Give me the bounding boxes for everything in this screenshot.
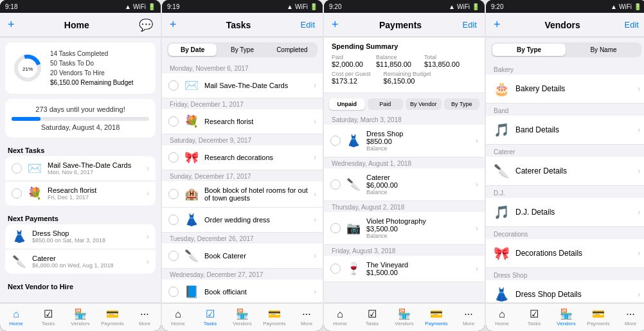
payment-row[interactable]: 🔪 Caterer $6,000.00 Balance › — [324, 168, 485, 201]
nav-bar-home: + Home 💬 — [0, 13, 161, 37]
list-item[interactable]: 💐 Research florist Fri, Dec 1, 2017 › — [5, 181, 156, 206]
list-item[interactable]: 👗 Dress Shop $850.00 on Sat, Mar 3, 2018… — [5, 224, 156, 249]
chevron-right-icon: › — [314, 190, 316, 199]
tab-payments[interactable]: 💳 Payments — [420, 303, 452, 331]
tab-vendors[interactable]: 🏪 Vendors — [64, 303, 96, 331]
chevron-right-icon: › — [476, 264, 478, 273]
next-payments-header: Next Payments — [0, 211, 161, 224]
tab-more[interactable]: ··· More — [614, 303, 644, 331]
status-icons-home: ▲ WiFi 🔋 — [125, 3, 156, 10]
tab-bar-payments: ⌂ Home ☑ Tasks 🏪 Vendors 💳 Payments ··· … — [324, 303, 485, 331]
task-checkbox[interactable] — [12, 163, 22, 174]
vendor-row[interactable]: 🔪 Caterer Details › — [486, 157, 644, 186]
tab-tasks[interactable]: ☑ Tasks — [356, 303, 388, 331]
message-button-home[interactable]: 💬 — [139, 18, 153, 32]
segment-unpaid[interactable]: Unpaid — [329, 98, 365, 110]
segment-by-vendor[interactable]: By Vendor — [406, 98, 442, 110]
chevron-right-icon: › — [638, 290, 640, 299]
list-item[interactable]: ✉️ Mail Save-The-Date Cards Mon, Nov 6, … — [5, 156, 156, 181]
tab-bar-home: ⌂ Home ☑ Tasks 🏪 Vendors 💳 Payments ··· … — [0, 303, 161, 331]
tab-more[interactable]: ··· More — [291, 303, 323, 331]
chevron-right-icon: › — [476, 136, 478, 145]
task-row[interactable]: ✉️ Mail Save-The-Date Cards › — [162, 73, 323, 98]
add-button-vendors[interactable]: + — [494, 18, 501, 31]
task-row[interactable]: 👗 Order wedding dress › — [162, 208, 323, 233]
tab-vendors[interactable]: 🏪 Vendors — [388, 303, 420, 331]
tab-vendors[interactable]: 🏪 Vendors — [550, 303, 582, 331]
payment-date-header: Wednesday, August 1, 2018 — [324, 157, 485, 168]
task-checkbox[interactable] — [12, 188, 22, 199]
task-row[interactable]: 💐 Research florist › — [162, 109, 323, 134]
task-row[interactable]: 🎀 Research decorations › — [162, 145, 323, 170]
segment-by-name[interactable]: By Name — [567, 44, 640, 56]
vendor-row[interactable]: 🎵 Band Details › — [486, 116, 644, 145]
segment-by-type[interactable]: By Type — [218, 44, 266, 56]
tasks-tab-label: Tasks — [366, 321, 379, 327]
tab-home[interactable]: ⌂ Home — [0, 303, 32, 331]
vendors-tab-label: Vendors — [71, 321, 89, 327]
add-button-home[interactable]: + — [8, 18, 15, 31]
task-checkbox[interactable] — [168, 215, 179, 225]
segment-by-date[interactable]: By Date — [168, 44, 217, 56]
vendor-category-dj: D.J. — [486, 186, 644, 198]
payment-row[interactable]: 📷 Violet Photography $3,500.00 Balance › — [324, 212, 485, 245]
vendor-row[interactable]: 🎀 Decorations Details › — [486, 239, 644, 268]
task-checkbox[interactable] — [168, 189, 179, 199]
tab-home[interactable]: ⌂ Home — [324, 303, 356, 331]
tab-more[interactable]: ··· More — [452, 303, 485, 331]
tab-more[interactable]: ··· More — [129, 303, 161, 331]
payment-details: Dress Shop $850.00 Balance — [366, 130, 470, 152]
add-button-payments[interactable]: + — [332, 18, 339, 31]
vendor-row[interactable]: 🎂 Bakery Details › — [486, 75, 644, 103]
list-item[interactable]: 🔪 Caterer $6,000.00 on Wed, Aug 1, 2018 … — [5, 249, 156, 274]
more-tab-icon: ··· — [302, 309, 310, 320]
payment-checkbox[interactable] — [330, 179, 341, 190]
payment-checkbox[interactable] — [330, 136, 341, 146]
task-row[interactable]: 🏨 Book block of hotel rooms for out of t… — [162, 181, 323, 208]
task-checkbox[interactable] — [168, 80, 179, 91]
segment-completed[interactable]: Completed — [268, 44, 316, 56]
segment-paid[interactable]: Paid — [368, 98, 404, 110]
dress-shop-icon: 👗 — [346, 134, 361, 148]
tab-tasks[interactable]: ☑ Tasks — [194, 303, 226, 331]
phone-payments: 9:20 ▲ WiFi 🔋 + Payments Edit Spending S… — [324, 0, 485, 331]
segment-by-type[interactable]: By Type — [492, 44, 566, 56]
task-checkbox[interactable] — [168, 152, 179, 163]
nav-bar-payments: + Payments Edit — [324, 13, 485, 37]
task-checkbox[interactable] — [168, 251, 179, 261]
tasks-tab-icon: ☑ — [206, 308, 215, 320]
task-row[interactable]: 🔪 Book Caterer › — [162, 244, 323, 269]
edit-button-payments[interactable]: Edit — [463, 20, 477, 30]
more-tab-label: More — [139, 321, 150, 327]
tab-payments[interactable]: 💳 Payments — [96, 303, 129, 331]
tab-payments[interactable]: 💳 Payments — [258, 303, 291, 331]
payments-tab-icon: 💳 — [106, 308, 119, 320]
payment-row[interactable]: 🍷 The Vineyard $1,500.00 › — [324, 256, 485, 282]
task-row[interactable]: 📘 Book officiant › — [162, 280, 323, 303]
bakery-icon: 🎂 — [492, 81, 510, 96]
add-button-tasks[interactable]: + — [170, 18, 177, 31]
decorations-icon: 🎀 — [492, 246, 510, 261]
payment-row[interactable]: 👗 Dress Shop $850.00 Balance › — [324, 125, 485, 157]
vendor-row[interactable]: 🎵 D.J. Details › — [486, 198, 644, 227]
chevron-right-icon: › — [147, 232, 149, 241]
edit-button-vendors[interactable]: Edit — [625, 20, 639, 30]
segment-by-type[interactable]: By Type — [444, 98, 480, 110]
tab-vendors[interactable]: 🏪 Vendors — [226, 303, 258, 331]
payments-tab-label: Payments — [263, 321, 286, 327]
payment-checkbox[interactable] — [330, 264, 341, 274]
task-title: Book Caterer — [204, 252, 309, 260]
tab-tasks[interactable]: ☑ Tasks — [32, 303, 64, 331]
tab-payments[interactable]: 💳 Payments — [582, 303, 614, 331]
task-checkbox[interactable] — [168, 287, 179, 297]
payment-date-header: Saturday, March 3, 2018 — [324, 114, 485, 125]
task-checkbox[interactable] — [168, 116, 179, 127]
tab-home[interactable]: ⌂ Home — [162, 303, 194, 331]
payment-checkbox[interactable] — [330, 223, 341, 233]
tab-tasks[interactable]: ☑ Tasks — [518, 303, 550, 331]
edit-button-tasks[interactable]: Edit — [301, 20, 315, 30]
vendor-row[interactable]: 👗 Dress Shop Details › — [486, 280, 644, 303]
vendor-segment-control: By Type By Name — [491, 42, 641, 57]
photography-icon: 📷 — [346, 221, 361, 235]
tab-home[interactable]: ⌂ Home — [486, 303, 518, 331]
